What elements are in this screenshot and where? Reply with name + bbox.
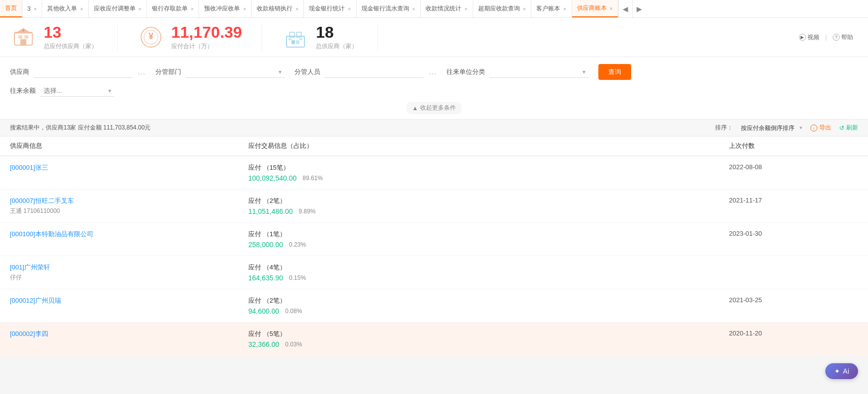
nav-tab-home[interactable]: 首页 xyxy=(0,0,22,17)
nav-tab-bank[interactable]: 银行存取款单 × xyxy=(147,0,199,17)
trans-type: 应付 xyxy=(248,263,261,271)
nav-tab-advance[interactable]: 预收冲应收单 × xyxy=(199,0,251,17)
link-separator: | xyxy=(825,34,827,41)
trans-type: 应付 xyxy=(248,164,261,171)
nav-tab-collection-label: 收款核销执行 xyxy=(257,4,292,13)
sort-select[interactable]: 按应付余额倒序排序 xyxy=(741,125,802,131)
supplier-link-001[interactable]: [001]广州荣轩 xyxy=(10,263,50,271)
svg-text:¥: ¥ xyxy=(22,28,25,33)
last-pay-date: 2021-11-17 xyxy=(729,196,762,204)
last-pay-date: 2020-11-20 xyxy=(729,328,762,337)
close-icon[interactable]: × xyxy=(80,6,83,12)
trans-label: 应付 （1笔） xyxy=(248,230,729,239)
nav-tab-3-label: 3 xyxy=(27,5,31,12)
nav-tab-supplier-ledger[interactable]: 供应商账本 × xyxy=(572,0,618,17)
person-input[interactable] xyxy=(324,66,424,78)
table-header: 供应商信息 应付交易信息（占比） 上次付数 xyxy=(0,136,868,156)
export-button[interactable]: ↓ 导出 xyxy=(810,124,831,132)
nav-tab-3[interactable]: 3 × xyxy=(22,0,42,17)
help-label: 帮助 xyxy=(841,33,853,42)
supplier-id: [000007] xyxy=(10,197,35,204)
nav-next-arrow[interactable]: ▶ xyxy=(632,0,646,17)
stat-payable-total: ¥ 11,170.39 应付合计（万） xyxy=(138,24,262,51)
close-icon[interactable]: × xyxy=(464,6,467,12)
trans-amount-link[interactable]: 164,635.90 xyxy=(248,274,283,282)
close-icon[interactable]: × xyxy=(191,6,194,12)
nav-tab-home-label: 首页 xyxy=(5,4,17,12)
nav-tab-cash-stat[interactable]: 现金银行统计 × xyxy=(304,0,356,17)
supplier-info-cell: [000100]本特勤油品有限公司 xyxy=(10,230,248,239)
supplier-name: 广州贝瑞 xyxy=(35,297,61,304)
close-icon[interactable]: × xyxy=(295,6,298,12)
dept-select[interactable] xyxy=(185,66,285,78)
nav-prev-arrow[interactable]: ◀ xyxy=(618,0,632,17)
nav-tab-other-income[interactable]: 其他收入单 × xyxy=(42,0,88,17)
supplier-name: 恒旺二手叉车 xyxy=(35,197,74,204)
nav-tab-overdue[interactable]: 超期应收款查询 × xyxy=(473,0,531,17)
close-icon[interactable]: × xyxy=(34,6,37,12)
supplier-dots-button[interactable]: … xyxy=(138,67,145,76)
trans-info-cell: 应付 （1笔） 258,000.00 0.23% xyxy=(248,230,729,249)
trans-info-cell: 应付 （5笔） 32,366.00 0.03% xyxy=(248,329,729,348)
supplier-link-000002[interactable]: [000002]李四 xyxy=(10,330,48,337)
last-pay-cell: 2021-03-25 xyxy=(729,296,858,304)
last-pay-date: 2023-01-30 xyxy=(729,229,762,237)
sort-label: 排序： xyxy=(715,124,733,132)
supplier-link-000100[interactable]: [000100]本特勤油品有限公司 xyxy=(10,230,93,238)
supplier-info-cell: [000001]张三 xyxy=(10,163,248,172)
last-pay-cell: 2023-01-30 xyxy=(729,230,858,237)
svg-rect-4 xyxy=(24,35,28,39)
close-icon[interactable]: × xyxy=(523,6,526,12)
supplier-input[interactable] xyxy=(33,66,133,78)
close-icon[interactable]: × xyxy=(243,6,246,12)
nav-tab-collection[interactable]: 收款核销执行 × xyxy=(252,0,304,17)
export-label: 导出 xyxy=(819,124,831,132)
trans-amount-link[interactable]: 11,051,486.00 xyxy=(248,207,293,215)
svg-rect-3 xyxy=(18,35,22,39)
person-dots-button[interactable]: … xyxy=(429,67,436,76)
balance-select-wrap xyxy=(40,85,114,97)
stats-bar: ¥ 13 总应付供应商（家） ¥ 11,170.39 应付合计（万） xyxy=(0,18,868,57)
trans-count: （5笔） xyxy=(263,330,286,337)
supplier-info-cell: [000012]广州贝瑞 xyxy=(10,296,248,305)
refresh-button[interactable]: ↺ 刷新 xyxy=(839,124,858,132)
supplier-icon-3 xyxy=(282,24,309,51)
nav-tab-cash-flow[interactable]: 现金银行流水查询 × xyxy=(357,0,421,17)
nav-tab-customer-ledger-label: 客户账本 xyxy=(536,4,560,13)
search-button[interactable]: 查询 xyxy=(598,64,631,80)
trans-percent: 0.23% xyxy=(289,241,306,248)
close-icon[interactable]: × xyxy=(412,6,415,12)
nav-tab-payment-stat[interactable]: 收款情况统计 × xyxy=(421,0,473,17)
nav-tab-customer-ledger[interactable]: 客户账本 × xyxy=(531,0,572,17)
collapse-button[interactable]: ▲ 收起更多条件 xyxy=(406,102,462,114)
nav-tab-adjustment[interactable]: 应收应付调整单 × xyxy=(89,0,147,17)
trans-amount-link[interactable]: 94,600.00 xyxy=(248,307,279,315)
stat-total-suppliers-number: 18 xyxy=(316,24,358,41)
trans-label: 应付 （2笔） xyxy=(248,296,729,305)
close-icon[interactable]: × xyxy=(348,6,351,12)
category-select[interactable] xyxy=(489,66,588,78)
close-icon[interactable]: × xyxy=(563,6,566,12)
close-icon[interactable]: × xyxy=(610,5,613,11)
supplier-name: 本特勤油品有限公司 xyxy=(35,230,93,238)
dept-filter: 分管部门 xyxy=(155,66,285,78)
trans-amount-link[interactable]: 32,366.00 xyxy=(248,340,279,348)
close-icon[interactable]: × xyxy=(139,6,142,12)
trans-count: （1笔） xyxy=(263,230,286,238)
stat-payable-label: 总应付供应商（家） xyxy=(44,42,97,51)
video-link[interactable]: ▶ 视频 xyxy=(799,33,819,42)
supplier-link-000001[interactable]: [000001]张三 xyxy=(10,164,48,171)
supplier-link-000007[interactable]: [000007]恒旺二手叉车 xyxy=(10,197,74,204)
trans-info-cell: 应付 （2笔） 11,051,486.00 9.89% xyxy=(248,197,729,215)
supplier-info-cell: [000002]李四 xyxy=(10,329,248,338)
dept-filter-label: 分管部门 xyxy=(155,67,181,76)
trans-amount-link[interactable]: 258,000.00 xyxy=(248,241,283,249)
balance-select[interactable] xyxy=(40,85,114,97)
supplier-id: [001] xyxy=(10,263,24,271)
trans-amount-link[interactable]: 100,092,540.00 xyxy=(248,174,296,182)
supplier-link-000012[interactable]: [000012]广州贝瑞 xyxy=(10,297,61,304)
filter-row-2: 往来余额 xyxy=(10,85,858,97)
nav-tab-cash-stat-label: 现金银行统计 xyxy=(309,4,345,13)
trans-percent: 89.61% xyxy=(302,175,323,182)
help-link[interactable]: ? 帮助 xyxy=(833,33,853,42)
